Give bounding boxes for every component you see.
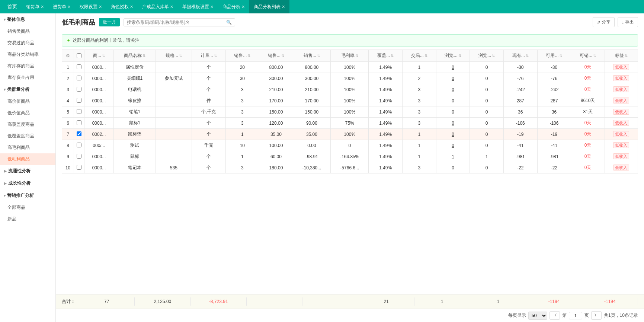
cell-view1[interactable]: 0 [436, 162, 470, 173]
sidebar-item-high-coverage[interactable]: 高覆盖度商品 [0, 119, 55, 130]
cell-checkbox[interactable] [74, 151, 84, 162]
col-sale-price[interactable]: 销售...⇅ [259, 50, 293, 62]
sidebar-item-low-value[interactable]: 低价值商品 [0, 107, 55, 119]
sidebar-item-category-sales-rate[interactable]: 商品分类助销率 [0, 49, 55, 60]
sort-icon[interactable]: ⇅ [102, 54, 105, 58]
nav-template-settings[interactable]: 单据模板设置 ✕ [178, 0, 218, 13]
sort-icon-sale-price[interactable]: ⇅ [281, 54, 284, 58]
col-view1[interactable]: 浏览...⇅ [436, 50, 470, 62]
cell-view1[interactable]: 0 [436, 73, 470, 84]
col-stock-available[interactable]: 可用...⇅ [537, 50, 571, 62]
sidebar-item-high-margin[interactable]: 高毛利商品 [0, 142, 55, 153]
row-checkbox[interactable] [77, 109, 81, 114]
sort-icon-sale-amount[interactable]: ⇅ [317, 54, 320, 58]
export-button[interactable]: ↓ 导出 [618, 17, 638, 27]
row-checkbox[interactable] [77, 143, 81, 147]
cell-checkbox[interactable] [74, 106, 84, 118]
filter-button[interactable]: 近一月 [99, 18, 120, 26]
sidebar-item-low-margin[interactable]: 低毛利商品 [0, 153, 55, 165]
row-checkbox[interactable] [77, 64, 81, 69]
page-input[interactable] [569, 312, 582, 319]
nav-sales-order[interactable]: 销货单 ✕ [22, 0, 48, 13]
row-checkbox[interactable] [77, 165, 81, 170]
sort-icon-gross-margin[interactable]: ⇅ [355, 54, 358, 58]
row-checkbox[interactable] [77, 120, 81, 125]
sidebar-group-cluster-analysis[interactable]: ▾ 类群量分析 [0, 83, 55, 96]
col-name[interactable]: 商品名称⇅ [114, 50, 156, 62]
row-checkbox[interactable] [77, 87, 81, 92]
col-sale-qty[interactable]: 销售...⇅ [225, 50, 259, 62]
cell-view1[interactable]: 0 [436, 129, 470, 140]
nav-product-analysis-list[interactable]: 商品分析列表 ✕ [249, 0, 289, 13]
nav-close-permissions[interactable]: ✕ [99, 4, 102, 9]
col-checkbox-all[interactable] [74, 50, 84, 62]
cell-checkbox[interactable] [74, 162, 84, 173]
row-checkbox[interactable] [77, 131, 81, 136]
nav-roles[interactable]: 角色授权 ✕ [106, 0, 138, 13]
sort-icon-sale-qty[interactable]: ⇅ [247, 54, 250, 58]
search-input[interactable] [127, 20, 226, 25]
sort-icon-stock-sellable[interactable]: ⇅ [593, 54, 596, 58]
col-stock-current[interactable]: 现有...⇅ [503, 50, 537, 62]
row-checkbox[interactable] [77, 76, 81, 80]
col-tag[interactable]: 标签⇅ [605, 50, 638, 62]
next-page-button[interactable]: 〉 [591, 311, 602, 320]
sidebar-item-all-products[interactable]: 全部商品 [0, 202, 55, 213]
nav-close-template-settings[interactable]: ✕ [210, 4, 214, 9]
cell-view1[interactable]: 0 [436, 106, 470, 118]
cell-view1[interactable]: 1 [436, 151, 470, 162]
nav-close-purchase-order[interactable]: ✕ [67, 4, 71, 9]
sidebar-group-marketing[interactable]: ▾ 营销推广分析 [0, 189, 55, 202]
cell-view1[interactable]: 0 [436, 140, 470, 151]
cell-checkbox[interactable] [74, 140, 84, 151]
col-view2[interactable]: 浏览...⇅ [470, 50, 504, 62]
cell-view1[interactable]: 0 [436, 118, 470, 129]
cell-view1[interactable]: 0 [436, 62, 470, 73]
col-sale-amount[interactable]: 销售...⇅ [293, 50, 330, 62]
sort-icon-stock-current[interactable]: ⇅ [526, 54, 529, 58]
sort-icon-unit[interactable]: ⇅ [214, 54, 217, 58]
prev-page-button[interactable]: 〈 [550, 311, 560, 320]
nav-close-sales-order[interactable]: ✕ [41, 4, 44, 9]
nav-close-roles[interactable]: ✕ [130, 4, 133, 9]
col-coverage[interactable]: 覆盖...⇅ [369, 50, 403, 62]
share-button[interactable]: ⇗ 分享 [593, 17, 615, 27]
sidebar-item-stocked-products[interactable]: 有库存的商品 [0, 60, 55, 72]
nav-purchase-order[interactable]: 进货单 ✕ [48, 0, 75, 13]
select-all-checkbox[interactable] [77, 53, 81, 58]
sidebar-item-sales-products[interactable]: 销售类商品 [0, 26, 55, 37]
sort-icon-view1[interactable]: ⇅ [458, 54, 461, 58]
col-gross-margin[interactable]: 毛利率⇅ [331, 50, 369, 62]
col-unit[interactable]: 计量...⇅ [192, 50, 225, 62]
nav-close-product-analysis-list[interactable]: ✕ [282, 4, 285, 9]
col-spec[interactable]: 规格...⇅ [156, 50, 192, 62]
nav-permissions[interactable]: 权限设置 ✕ [75, 0, 106, 13]
sidebar-group-liquidity[interactable]: ▶ 流通性分析 [0, 165, 55, 177]
cell-checkbox[interactable] [74, 73, 84, 84]
sidebar-item-high-value[interactable]: 高价值商品 [0, 96, 55, 107]
cell-checkbox[interactable] [74, 129, 84, 140]
sort-icon-coverage[interactable]: ⇅ [391, 54, 394, 58]
row-checkbox[interactable] [77, 154, 81, 159]
sidebar-item-low-coverage[interactable]: 低覆盖度商品 [0, 130, 55, 142]
col-code[interactable]: 商...⇅ [84, 50, 114, 62]
row-checkbox[interactable] [77, 98, 81, 103]
sort-icon-spec[interactable]: ⇅ [179, 54, 182, 58]
cell-checkbox[interactable] [74, 118, 84, 129]
sort-icon-name[interactable]: ⇅ [142, 54, 145, 58]
sidebar-item-stock-funds[interactable]: 库存资金占用 [0, 72, 55, 83]
cell-checkbox[interactable] [74, 95, 84, 106]
nav-product-analysis[interactable]: 商品分析 ✕ [218, 0, 249, 13]
nav-close-product-in[interactable]: ✕ [170, 4, 173, 9]
sidebar-item-traded-products[interactable]: 交易过的商品 [0, 37, 55, 49]
nav-product-in[interactable]: 产成品入库单 ✕ [138, 0, 178, 13]
sort-icon-stock-available[interactable]: ⇅ [559, 54, 562, 58]
sidebar-group-growth[interactable]: ▶ 成长性分析 [0, 177, 55, 189]
cell-view1[interactable]: 0 [436, 84, 470, 95]
col-gear[interactable]: ⚙ [62, 50, 74, 62]
per-page-select[interactable]: 50 20 100 [528, 312, 547, 320]
sidebar-group-overall-info[interactable]: ▾ 整体信息 [0, 13, 55, 26]
sort-icon-tag[interactable]: ⇅ [625, 54, 628, 58]
col-stock-sellable[interactable]: 可销...⇅ [571, 50, 605, 62]
search-box[interactable]: 🔍 [124, 18, 235, 26]
